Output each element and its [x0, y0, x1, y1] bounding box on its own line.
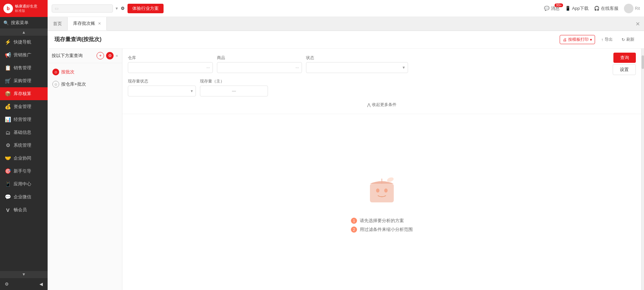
- sidebar-item-inventory[interactable]: 📦 库存核算: [0, 87, 48, 100]
- sidebar-item-label: 销售管理: [14, 65, 31, 71]
- product-filter: 商品 ···: [217, 55, 302, 73]
- sidebar-item-label: 快捷导航: [14, 39, 31, 45]
- quick-nav-icon: ⚡: [5, 39, 11, 45]
- app-center-icon: 📱: [5, 181, 11, 187]
- stock-status-chevron-icon: ▾: [191, 89, 193, 93]
- marketing-icon: 📢: [5, 52, 11, 58]
- page-title: 现存量查询(按批次): [54, 36, 102, 43]
- svg-point-2: [376, 188, 379, 193]
- panel-collapse-btn[interactable]: «: [116, 53, 118, 58]
- sidebar-header: b 畅康通好生意 标准版: [0, 0, 48, 17]
- hint-1-num: 1: [351, 218, 357, 224]
- search-menu-item[interactable]: 🔍 搜索菜单: [0, 17, 48, 29]
- product-more-btn[interactable]: ···: [295, 65, 299, 70]
- username-text: Rit: [635, 6, 640, 11]
- print-template-btn[interactable]: 🖨 按模板打印 ▾: [560, 35, 595, 44]
- messages-icon: 💬: [544, 6, 549, 11]
- sidebar-item-finance[interactable]: 💰 资金管理: [0, 100, 48, 113]
- filter-area: 仓库 ··· 商品 ···: [122, 49, 641, 114]
- sidebar-item-new-guide[interactable]: 🎯 新手引导: [0, 165, 48, 178]
- headset-icon: 🎧: [594, 6, 599, 11]
- main-area: ▭ ▾ ⚙ 体验行业方案 💬 消息 99+ 📱 App下载 🎧 在线客服 Rit: [48, 0, 644, 290]
- plan-icon-outline: ⊙: [52, 81, 59, 88]
- plan-item-by-batch[interactable]: ⊙ 按批次: [48, 66, 122, 78]
- svg-point-3: [384, 188, 388, 193]
- finance-icon: 💰: [5, 104, 11, 110]
- sidebar-scroll-down[interactable]: ▼: [0, 271, 48, 278]
- sidebar-collapse-icon[interactable]: ◀: [39, 282, 43, 287]
- experience-btn[interactable]: 体验行业方案: [128, 4, 164, 13]
- tab-batch-ledger[interactable]: 库存批次账 ✕: [68, 17, 107, 31]
- add-plan-btn[interactable]: +: [97, 52, 104, 59]
- sidebar-item-member[interactable]: V 畅会员: [0, 203, 48, 216]
- sales-icon: 📋: [5, 65, 11, 71]
- status-label: 状态: [306, 55, 408, 61]
- sidebar-item-operations[interactable]: 📊 经营管理: [0, 113, 48, 126]
- system-icon: ⚙: [5, 142, 11, 148]
- query-btn[interactable]: 查询: [613, 53, 636, 63]
- body-layout: 按以下方案查询 + ⚙ « ⊙ 按批次: [48, 49, 644, 290]
- stock-quantity-label: 现存量（主）: [200, 78, 268, 84]
- sidebar-item-sales[interactable]: 📋 销售管理: [0, 61, 48, 74]
- status-select[interactable]: ▾: [306, 62, 408, 73]
- sidebar-item-app-center[interactable]: 📱 应用中心: [0, 178, 48, 191]
- sidebar-item-label: 库存核算: [14, 91, 31, 97]
- gear-icon: ⚙: [108, 53, 112, 58]
- right-scrollbar[interactable]: [641, 49, 644, 290]
- left-panel-title: 按以下方案查询: [52, 53, 83, 59]
- product-input[interactable]: ···: [217, 62, 302, 73]
- topbar-dropdown-icon[interactable]: ▾: [116, 6, 118, 11]
- plan-label: 按仓库+批次: [61, 81, 86, 87]
- tab-home[interactable]: 首页: [48, 17, 68, 30]
- sidebar-item-label: 企业微信: [14, 194, 31, 200]
- plan-item-by-warehouse-batch[interactable]: ⊙ 按仓库+批次: [48, 78, 122, 90]
- warehouse-more-btn[interactable]: ···: [206, 65, 210, 70]
- sidebar-item-label: 系统管理: [14, 142, 31, 148]
- export-btn[interactable]: ↑ 导出: [598, 35, 615, 44]
- sidebar-scroll-up[interactable]: ▲: [0, 29, 48, 36]
- right-panel: 仓库 ··· 商品 ···: [122, 49, 641, 290]
- stock-quantity-filter: 现存量（主） —: [200, 78, 268, 96]
- sidebar-item-enterprise[interactable]: 🤝 企业协同: [0, 152, 48, 165]
- search-icon: 🔍: [3, 20, 9, 25]
- collapse-more-btn[interactable]: ⋀ 收起更多条件: [128, 100, 636, 110]
- content-area: 现存量查询(按批次) 🖨 按模板打印 ▾ ↑ 导出 ↻ 刷新: [48, 31, 644, 290]
- warehouse-input[interactable]: ···: [128, 62, 213, 73]
- tab-panel-close-btn[interactable]: ✕: [631, 19, 644, 29]
- online-service-btn[interactable]: 🎧 在线客服: [594, 5, 618, 12]
- sidebar-item-quick-nav[interactable]: ⚡ 快捷导航: [0, 36, 48, 49]
- sidebar-item-purchase[interactable]: 🛒 采购管理: [0, 74, 48, 87]
- left-panel-actions: + ⚙ «: [97, 52, 118, 59]
- status-filter-item: 状态 ▾: [306, 55, 408, 73]
- stock-status-select[interactable]: ▾: [128, 86, 196, 96]
- app-download-btn[interactable]: 📱 App下载: [565, 5, 589, 12]
- sidebar-item-system[interactable]: ⚙ 系统管理: [0, 139, 48, 152]
- refresh-btn[interactable]: ↻ 刷新: [619, 35, 637, 44]
- user-avatar-btn[interactable]: Rit: [624, 4, 640, 13]
- sidebar-item-marketing[interactable]: 📢 营销推广: [0, 49, 48, 61]
- empty-illustration: [361, 170, 402, 211]
- filter-row-2: 现存量状态 ▾ 现存量（主） —: [128, 78, 636, 96]
- sidebar-item-wechat[interactable]: 💬 企业微信: [0, 191, 48, 203]
- sidebar-item-label: 经营管理: [14, 116, 31, 123]
- warehouse-label: 仓库: [128, 55, 213, 61]
- stock-status-filter: 现存量状态 ▾: [128, 78, 196, 96]
- topbar-search-box[interactable]: ▭: [52, 4, 113, 13]
- product-label: 商品: [217, 55, 302, 61]
- online-service-label: 在线客服: [601, 5, 618, 12]
- phone-icon: 📱: [565, 6, 571, 11]
- enterprise-icon: 🤝: [5, 155, 11, 161]
- empty-hint-2: 2 用过滤条件来缩小分析范围: [351, 226, 413, 233]
- tab-home-label: 首页: [53, 21, 62, 27]
- plan-settings-btn[interactable]: ⚙: [106, 52, 114, 59]
- messages-btn[interactable]: 💬 消息 99+: [544, 5, 560, 12]
- topbar: ▭ ▾ ⚙ 体验行业方案 💬 消息 99+ 📱 App下载 🎧 在线客服 Rit: [48, 0, 644, 17]
- print-chevron-icon: ▾: [590, 37, 592, 42]
- sidebar-settings-icon[interactable]: ⚙: [5, 282, 9, 287]
- sidebar-item-basic[interactable]: 🗂 基础信息: [0, 126, 48, 139]
- print-icon: 🖨: [563, 37, 567, 42]
- filter-settings-btn[interactable]: 设置: [613, 64, 636, 75]
- stock-quantity-input[interactable]: —: [200, 86, 268, 96]
- tab-close-icon[interactable]: ✕: [98, 21, 101, 26]
- topbar-settings-icon[interactable]: ⚙: [121, 6, 125, 11]
